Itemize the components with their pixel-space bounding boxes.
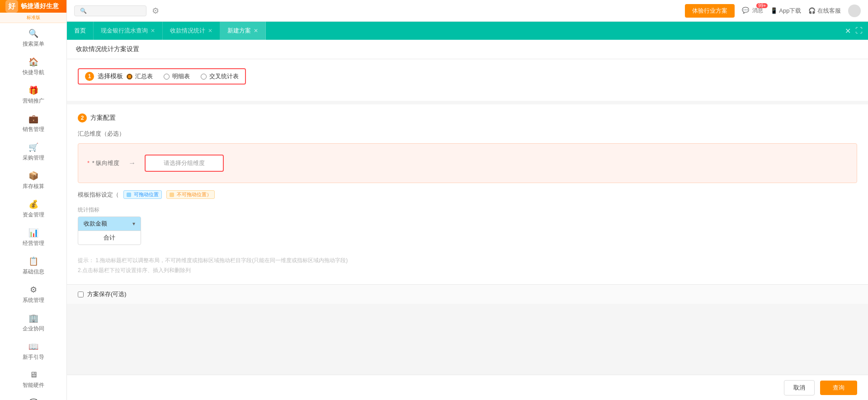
tab-collection-stats-close[interactable]: ✕ [208, 28, 212, 34]
sidebar-item-wechat[interactable]: 💬 企业微信 [0, 393, 66, 400]
inventory-icon: 📦 [28, 171, 38, 181]
metrics-column-label: 收款金额 [84, 220, 107, 228]
sidebar-logo: 好 畅捷通好生意 [0, 0, 66, 13]
sidebar-item-label: 智能硬件 [23, 381, 44, 389]
step1-number: 1 [85, 72, 94, 81]
metrics-table-total: 合计 [78, 231, 141, 245]
basic-info-icon: 📋 [28, 256, 38, 266]
step1-label: 1 选择模板 汇总表 明细表 交叉统计表 [78, 68, 857, 85]
tab-bank-flow-close[interactable]: ✕ [151, 28, 155, 34]
tab-new-plan[interactable]: 新建方案 ✕ [220, 22, 266, 40]
tab-new-plan-close[interactable]: ✕ [254, 28, 258, 34]
tab-bank-flow[interactable]: 现金银行流水查询 ✕ [94, 22, 163, 40]
sidebar-item-smart-hw[interactable]: 🖥 智能硬件 [0, 365, 66, 393]
hint-2: 2.点击标题栏下拉可设置排序、插入列和删除列 [78, 266, 857, 276]
metrics-table-area: 统计指标 收款金额 ▾ 合计 [78, 202, 857, 247]
metrics-table-header[interactable]: 收款金额 ▾ [78, 217, 141, 231]
tab-collection-stats[interactable]: 收款情况统计 ✕ [163, 22, 220, 40]
enterprise-icon: 🏢 [28, 313, 38, 323]
save-label[interactable]: 方案保存(可选) [87, 290, 127, 298]
main-area: 🔍 ⚙ 体验行业方案 💬 99+ 消息 📱 App下载 🎧 在线客服 [67, 0, 868, 400]
tab-close-all-icon[interactable]: ✕ [845, 27, 851, 35]
dim-placeholder: 请选择分组维度 [164, 160, 205, 166]
tab-bank-flow-label: 现金银行流水查询 [101, 27, 148, 35]
sidebar-item-label: 营销推广 [23, 97, 44, 105]
metrics-config-section: 模板指标设定（ 可拖动位置 不可拖动位置） 统计指标 收款金 [78, 190, 857, 275]
smart-hw-icon: 🖥 [29, 370, 38, 380]
page-title: 收款情况统计方案设置 [76, 45, 139, 52]
radio-cross-input[interactable] [201, 74, 207, 80]
sidebar-item-search-menu[interactable]: 🔍 搜索菜单 [0, 23, 66, 52]
sidebar-item-label: 基础信息 [23, 268, 44, 276]
cancel-button[interactable]: 取消 [784, 380, 815, 395]
headset-icon: 🎧 [808, 7, 816, 14]
sidebar-item-label: 系统管理 [23, 296, 44, 304]
sidebar-item-label: 库存核算 [23, 183, 44, 190]
purchase-icon: 🛒 [28, 142, 38, 152]
logo-text: 畅捷通好生意 [21, 2, 59, 10]
page-footer: 方案保存(可选) [67, 284, 868, 304]
radio-detail-input[interactable] [164, 74, 170, 80]
radio-detail-label: 明细表 [172, 72, 190, 80]
tab-collection-stats-label: 收款情况统计 [170, 27, 205, 35]
search-icon: 🔍 [80, 8, 87, 14]
save-checkbox[interactable] [78, 292, 84, 297]
sidebar-item-purchase[interactable]: 🛒 采购管理 [0, 137, 66, 165]
dimension-area: * * 纵向维度 → 请选择分组维度 [78, 143, 857, 183]
industry-btn[interactable]: 体验行业方案 [685, 4, 735, 18]
sidebar-item-label: 新手引导 [23, 353, 44, 361]
notification-count: 99+ [756, 3, 768, 8]
quick-nav-icon: 🏠 [28, 57, 38, 67]
tab-expand-icon[interactable]: ⛶ [855, 27, 863, 35]
query-button[interactable]: 查询 [820, 381, 857, 395]
step2-label: 2 方案配置 [78, 113, 857, 122]
radio-cross-label: 交叉统计表 [209, 72, 239, 80]
metrics-section-label: 统计指标 [78, 206, 857, 214]
sidebar-item-basic-info[interactable]: 📋 基础信息 [0, 251, 66, 279]
topbar-avatar[interactable] [848, 5, 861, 17]
bell-icon: 💬 [742, 7, 749, 14]
operations-icon: 📊 [28, 228, 38, 238]
sidebar-item-marketing[interactable]: 🎁 营销推广 [0, 80, 66, 108]
step2-number: 2 [78, 113, 87, 122]
sidebar-item-label: 资金管理 [23, 211, 44, 219]
radio-summary-input[interactable] [127, 74, 132, 80]
support-btn[interactable]: 🎧 在线客服 [808, 7, 841, 15]
gear-button[interactable]: ⚙ [152, 6, 159, 16]
sidebar: 好 畅捷通好生意 标准版 🔍 搜索菜单 🏠 快捷导航 🎁 营销推广 💼 销售管理… [0, 0, 67, 400]
sidebar-item-quick-nav[interactable]: 🏠 快捷导航 [0, 52, 66, 80]
topbar-icons: 💬 99+ 消息 📱 App下载 🎧 在线客服 [742, 5, 861, 17]
sidebar-item-inventory[interactable]: 📦 库存核算 [0, 165, 66, 194]
radio-cross[interactable]: 交叉统计表 [201, 72, 239, 80]
sidebar-item-enterprise[interactable]: 🏢 企业协同 [0, 308, 66, 336]
radio-summary[interactable]: 汇总表 [127, 72, 153, 80]
wechat-icon: 💬 [28, 398, 38, 400]
radio-detail[interactable]: 明细表 [164, 72, 190, 80]
tab-home[interactable]: 首页 [67, 22, 94, 40]
sales-icon: 💼 [28, 114, 38, 124]
sidebar-item-system[interactable]: ⚙ 系统管理 [0, 279, 66, 308]
sidebar-item-label: 快捷导航 [23, 69, 44, 76]
finance-icon: 💰 [28, 199, 38, 209]
tab-new-plan-label: 新建方案 [227, 27, 251, 35]
step1-title: 选择模板 [98, 72, 123, 80]
search-bar[interactable]: 🔍 [74, 5, 146, 16]
notification-bell[interactable]: 💬 99+ 消息 [742, 7, 764, 14]
sidebar-item-label: 企业协同 [23, 325, 44, 333]
tabbar: 首页 现金银行流水查询 ✕ 收款情况统计 ✕ 新建方案 ✕ ✕ ⛶ [67, 22, 868, 40]
vertical-dim-label: * * 纵向维度 [87, 159, 119, 167]
topbar: 🔍 ⚙ 体验行业方案 💬 99+ 消息 📱 App下载 🎧 在线客服 [67, 0, 868, 22]
download-icon: 📱 [770, 7, 778, 14]
sidebar-item-operations[interactable]: 📊 经营管理 [0, 222, 66, 251]
summary-dim-section: 汇总维度（必选） * * 纵向维度 → 请选择分组维度 [78, 130, 857, 183]
sidebar-item-label: 经营管理 [23, 240, 44, 247]
dim-select[interactable]: 请选择分组维度 [145, 155, 224, 172]
sidebar-item-finance[interactable]: 💰 资金管理 [0, 194, 66, 222]
metrics-dropdown-icon[interactable]: ▾ [132, 221, 135, 227]
action-bar: 取消 查询 [67, 375, 868, 400]
notification-label: 消息 [752, 7, 763, 14]
page-header: 收款情况统计方案设置 [67, 40, 868, 59]
sidebar-item-guide[interactable]: 📖 新手引导 [0, 336, 66, 365]
sidebar-item-sales[interactable]: 💼 销售管理 [0, 108, 66, 137]
download-app-btn[interactable]: 📱 App下载 [770, 7, 801, 15]
